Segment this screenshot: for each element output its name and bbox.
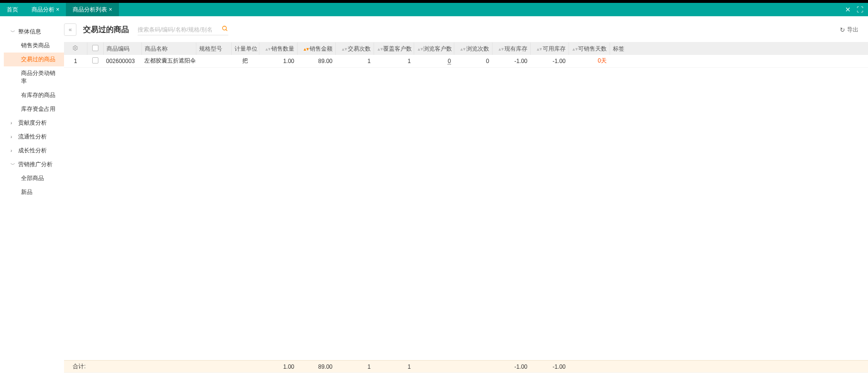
cell-name: 左都胶囊五折遮阳伞防晒伞;: [141, 55, 196, 67]
sidebar-group-growth-label: 成长性分析: [18, 147, 47, 155]
sort-icon: ▲▼: [498, 47, 504, 52]
sidebar: ﹀ 整体信息 销售类商品 交易过的商品 商品分类动销率 有库存的商品 库存资金占…: [4, 16, 64, 373]
sidebar-item-all-products[interactable]: 全部商品: [4, 171, 64, 185]
main-area: « 交易过的商品 ↻ 导出: [64, 16, 868, 373]
totals-row: 合计: 1.00 89.00 1 1 -1.00 -1.00: [64, 360, 868, 373]
search-icon[interactable]: [222, 25, 228, 33]
sidebar-item-in-stock-products[interactable]: 有库存的商品: [4, 88, 64, 102]
chevron-right-icon: ›: [11, 134, 16, 139]
chevron-down-icon: ﹀: [11, 29, 16, 35]
table-body: 1 002600003 左都胶囊五折遮阳伞防晒伞; 把 1.00 89.00 1…: [64, 55, 868, 67]
totals-blank: [103, 361, 141, 373]
totals-blank: [196, 361, 231, 373]
totals-cur-stock: -1.00: [492, 361, 530, 373]
sidebar-item-new-products[interactable]: 新品: [4, 185, 64, 199]
expand-icon[interactable]: ⛶: [857, 6, 863, 13]
sort-icon: ▲▼: [572, 47, 578, 52]
col-settings[interactable]: [64, 43, 87, 55]
svg-line-1: [226, 30, 227, 31]
sidebar-group-contribution[interactable]: › 贡献度分析: [4, 116, 64, 130]
chevron-down-icon: ﹀: [11, 161, 16, 168]
collapse-sidebar-button[interactable]: «: [64, 23, 76, 36]
export-button[interactable]: ↻ 导出: [840, 26, 858, 34]
totals-qty: 1.00: [259, 361, 297, 373]
sidebar-group-circulation-label: 流通性分析: [18, 133, 47, 141]
sort-icon: ▲▼: [377, 47, 383, 52]
cell-checkbox[interactable]: [87, 55, 103, 67]
main-header: « 交易过的商品 ↻ 导出: [64, 21, 868, 38]
sidebar-item-traded-products[interactable]: 交易过的商品: [4, 53, 64, 66]
col-unit[interactable]: 计量单位: [231, 43, 259, 55]
tab-home-label: 首页: [7, 6, 18, 14]
chevron-right-icon: ›: [11, 148, 16, 153]
sidebar-group-circulation[interactable]: › 流通性分析: [4, 130, 64, 144]
cell-spec: [196, 55, 231, 67]
sidebar-group-marketing-promo[interactable]: ﹀ 营销推广分析: [4, 158, 64, 171]
col-checkbox[interactable]: [87, 43, 103, 55]
col-avail-stock[interactable]: ▲▼可用库存: [530, 43, 568, 55]
sidebar-group-contribution-label: 贡献度分析: [18, 119, 47, 127]
col-txn-count[interactable]: ▲▼交易次数: [335, 43, 374, 55]
tab-home[interactable]: 首页: [0, 3, 25, 16]
sort-icon: ▲▼: [460, 47, 465, 52]
col-cust-label: 覆盖客户数: [383, 45, 412, 52]
totals-amount: 89.00: [297, 361, 335, 373]
totals-blank: [454, 361, 492, 373]
col-cur-stock[interactable]: ▲▼现有库存: [492, 43, 530, 55]
col-amount[interactable]: ▲▼销售金额: [297, 43, 335, 55]
totals-blank: [141, 361, 196, 373]
col-tag[interactable]: 标签: [610, 43, 868, 55]
row-checkbox[interactable]: [92, 57, 98, 64]
col-viewcount-label: 浏览次数: [466, 45, 489, 52]
cell-index: 1: [64, 55, 87, 67]
col-code[interactable]: 商品编码: [103, 43, 141, 55]
col-days-label: 可销售天数: [578, 45, 607, 52]
cell-sellable-days: 0天: [568, 55, 610, 67]
totals-avail-stock: -1.00: [530, 361, 568, 373]
table-wrap: 商品编码 商品名称 规格型号 计量单位 ▲▼销售数量 ▲▼销售金额 ▲▼交易次数…: [64, 42, 868, 373]
cell-unit: 把: [231, 55, 259, 67]
sidebar-item-category-turnover[interactable]: 商品分类动销率: [4, 66, 64, 88]
totals-blank: [414, 361, 454, 373]
tab-product-analysis-label: 商品分析 ×: [32, 6, 59, 14]
col-cust-count[interactable]: ▲▼覆盖客户数: [374, 43, 414, 55]
svg-point-2: [75, 47, 76, 49]
cell-tag: [610, 55, 868, 67]
search-input[interactable]: [138, 24, 228, 35]
col-name[interactable]: 商品名称: [141, 43, 196, 55]
gear-icon: [72, 45, 78, 51]
cell-code: 002600003: [103, 55, 141, 67]
sidebar-group-growth[interactable]: › 成长性分析: [4, 144, 64, 158]
col-sellable-days[interactable]: ▲▼可销售天数: [568, 43, 610, 55]
col-curstock-label: 现有库存: [504, 45, 527, 52]
cell-cur-stock: -1.00: [492, 55, 530, 67]
col-qty-label: 销售数量: [271, 45, 294, 52]
sidebar-item-sales-products[interactable]: 销售类商品: [4, 39, 64, 53]
tab-product-analysis-list-label: 商品分析列表 ×: [73, 6, 112, 14]
double-chevron-left-icon: «: [69, 26, 72, 33]
cell-view-count: 0: [454, 55, 492, 67]
tabs-bar: 首页 商品分析 × 商品分析列表 × ✕ ⛶: [0, 3, 868, 16]
tab-product-analysis[interactable]: 商品分析 ×: [25, 3, 66, 16]
tab-product-analysis-list[interactable]: 商品分析列表 ×: [66, 3, 118, 16]
sidebar-item-stock-capital[interactable]: 库存资金占用: [4, 102, 64, 116]
checkbox-all[interactable]: [92, 45, 98, 51]
sidebar-group-overall[interactable]: ﹀ 整体信息: [4, 25, 64, 39]
col-qty[interactable]: ▲▼销售数量: [259, 43, 297, 55]
chevron-right-icon: ›: [11, 120, 16, 126]
cell-view-cust[interactable]: 0: [414, 55, 454, 67]
table-row[interactable]: 1 002600003 左都胶囊五折遮阳伞防晒伞; 把 1.00 89.00 1…: [64, 55, 868, 67]
col-spec[interactable]: 规格型号: [196, 43, 231, 55]
refresh-icon: ↻: [840, 26, 845, 33]
table-header: 商品编码 商品名称 规格型号 计量单位 ▲▼销售数量 ▲▼销售金额 ▲▼交易次数…: [64, 43, 868, 55]
cell-cust-count: 1: [374, 55, 414, 67]
sort-icon: ▲▼: [417, 47, 423, 52]
col-view-cust[interactable]: ▲▼浏览客户数: [414, 43, 454, 55]
body-wrap: ﹀ 整体信息 销售类商品 交易过的商品 商品分类动销率 有库存的商品 库存资金占…: [0, 16, 868, 373]
col-view-count[interactable]: ▲▼浏览次数: [454, 43, 492, 55]
left-gap: [0, 16, 4, 373]
cell-amount: 89.00: [297, 55, 335, 67]
sort-icon: ▲▼: [341, 47, 347, 52]
sort-icon-active: ▲▼: [303, 47, 309, 52]
close-all-tabs-icon[interactable]: ✕: [845, 6, 851, 13]
